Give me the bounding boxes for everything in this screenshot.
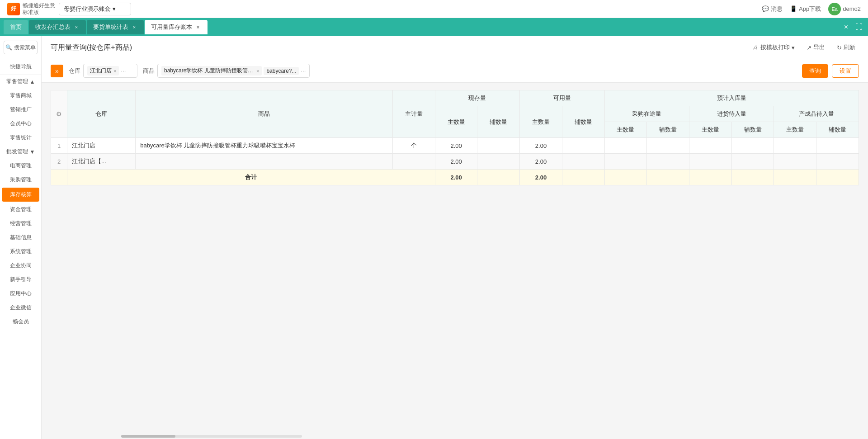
chevron-down-icon: ▾ <box>113 5 116 12</box>
expand-icon-2: ▼ <box>30 149 35 155</box>
product-more-button[interactable]: ··· <box>301 67 306 74</box>
sidebar-item-basic-info[interactable]: 基础信息 <box>0 231 41 245</box>
horizontal-scrollbar[interactable] <box>121 435 302 438</box>
tab-home[interactable]: 首页 <box>4 20 28 34</box>
avail-main-header: 主数量 <box>520 106 562 138</box>
nav-tabs: 首页 收发存汇总表 × 要货单统计表 × 可用量库存账本 × × ⛶ <box>0 18 868 36</box>
settings-col-header: ⚙ <box>51 90 67 138</box>
tab-receivables[interactable]: 收发存汇总表 × <box>29 20 86 34</box>
sidebar-item-enterprise-collab[interactable]: 企业协同 <box>0 259 41 273</box>
footer-stock-main: 2.00 <box>435 170 477 185</box>
top-bar: 好 畅捷通好生意 标准版 母婴行业演示账套 ▾ 💬 消息 📱 App下载 Ea … <box>0 0 868 18</box>
sidebar-item-operations[interactable]: 经营管理 <box>0 217 41 231</box>
production-main-header: 主数量 <box>774 122 816 138</box>
sidebar-item-system[interactable]: 系统管理 <box>0 245 41 259</box>
page-header: 可用量查询(按仓库+商品) 🖨 按模板打印 ▾ ↗ 导出 ↻ 刷新 <box>42 36 868 59</box>
expand-icon: ▲ <box>30 79 35 85</box>
remove-product1-button[interactable]: × <box>256 68 259 74</box>
sidebar: 🔍 搜索菜单 快捷导航 零售管理 ▲ 零售商城 营销推广 会员中心 零售统计 批… <box>0 36 42 439</box>
sidebar-item-app-center[interactable]: 应用中心 <box>0 287 41 301</box>
close-all-tabs-button[interactable]: × <box>842 21 850 33</box>
avail-aux-header: 辅数量 <box>562 106 604 138</box>
scrollbar-thumb[interactable] <box>121 435 175 438</box>
filter-toggle-button[interactable]: » <box>51 65 63 77</box>
settings-button[interactable]: 设置 <box>832 64 859 78</box>
print-button[interactable]: 🖨 按模板打印 ▾ <box>749 42 798 53</box>
close-tab2-button[interactable]: × <box>131 24 137 30</box>
purchase-aux-header: 辅数量 <box>647 122 689 138</box>
product-col-header: 商品 <box>136 90 393 138</box>
sidebar-item-retail-stats[interactable]: 零售统计 <box>0 131 41 145</box>
sidebar-item-member[interactable]: 会员中心 <box>0 117 41 131</box>
close-tab1-button[interactable]: × <box>73 24 80 30</box>
logo-icon: 好 <box>7 3 20 15</box>
column-settings-icon[interactable]: ⚙ <box>56 110 62 118</box>
print-icon: 🖨 <box>753 44 759 51</box>
export-icon: ↗ <box>807 44 811 51</box>
product-input[interactable]: babycare学饮杯 儿童防摔防撞吸管杯重力球吸嘴杯宝宝水杯 × babyca… <box>157 64 310 78</box>
scroll-bar-area <box>42 434 868 439</box>
sidebar-item-quick-nav[interactable]: 快捷导航 <box>0 59 41 75</box>
search-menu-button[interactable]: 🔍 搜索菜单 <box>4 41 38 54</box>
sidebar-item-retail-store[interactable]: 零售商城 <box>0 89 41 103</box>
remove-warehouse-button[interactable]: × <box>113 68 116 74</box>
incoming-group-header: 进货待入量 <box>689 106 774 122</box>
chevron-down-icon-print: ▾ <box>792 44 795 51</box>
tab-actions: × ⛶ <box>842 21 864 33</box>
sidebar-item-marketing[interactable]: 营销推广 <box>0 103 41 117</box>
sidebar-item-inventory[interactable]: 库存核算 <box>2 188 39 202</box>
sidebar-item-purchase[interactable]: 采购管理 <box>0 173 41 187</box>
page-actions: 🖨 按模板打印 ▾ ↗ 导出 ↻ 刷新 <box>749 42 859 53</box>
fullscreen-button[interactable]: ⛶ <box>854 21 864 33</box>
table-container: ⚙ 仓库 商品 主计量 现存量 可用量 预计入库量 主数量 辅数量 主数量 辅数… <box>42 83 868 434</box>
filter-actions: 查询 设置 <box>802 64 859 78</box>
warehouse-col-header: 仓库 <box>67 90 136 138</box>
stock-group-header: 现存量 <box>435 90 519 106</box>
sidebar-item-finance[interactable]: 资金管理 <box>0 203 41 217</box>
product-tag-1: babycare学饮杯 儿童防摔防撞吸管杯重力球吸嘴杯宝宝水杯 × <box>161 66 262 76</box>
message-icon: 💬 <box>762 5 769 12</box>
messages-button[interactable]: 💬 消息 <box>762 5 783 13</box>
product-filter: 商品 babycare学饮杯 儿童防摔防撞吸管杯重力球吸嘴杯宝宝水杯 × bab… <box>143 64 310 78</box>
top-bar-left: 好 畅捷通好生意 标准版 母婴行业演示账套 ▾ <box>7 2 131 15</box>
forecast-group-header: 预计入库量 <box>604 90 859 106</box>
incoming-main-header: 主数量 <box>689 122 732 138</box>
table-row: 1 江北门店 babycare学饮杯 儿童防摔防撞吸管杯重力球吸嘴杯宝宝水杯 个… <box>51 138 859 154</box>
sidebar-item-wholesale[interactable]: 批发管理 ▼ <box>0 145 41 159</box>
tab-available-inventory[interactable]: 可用量库存账本 × <box>145 20 208 34</box>
refresh-button[interactable]: ↻ 刷新 <box>833 42 859 53</box>
page-title: 可用量查询(按仓库+商品) <box>51 43 132 52</box>
main-layout: 🔍 搜索菜单 快捷导航 零售管理 ▲ 零售商城 营销推广 会员中心 零售统计 批… <box>0 36 868 439</box>
sidebar-item-ecommerce[interactable]: 电商管理 <box>0 159 41 173</box>
query-button[interactable]: 查询 <box>802 64 828 78</box>
production-aux-header: 辅数量 <box>816 122 859 138</box>
inventory-table: ⚙ 仓库 商品 主计量 现存量 可用量 预计入库量 主数量 辅数量 主数量 辅数… <box>51 90 859 185</box>
warehouse-tag: 江北门店 × <box>87 66 119 76</box>
product-tag-2: babycare?... <box>264 67 299 75</box>
avatar: Ea <box>828 3 841 15</box>
sidebar-search: 🔍 搜索菜单 <box>0 36 41 59</box>
sidebar-item-wechat[interactable]: 企业微信 <box>0 301 41 315</box>
sidebar-item-member2[interactable]: 畅会员 <box>0 315 41 329</box>
export-button[interactable]: ↗ 导出 <box>803 42 829 53</box>
warehouse-more-button[interactable]: ··· <box>121 67 126 74</box>
production-group-header: 产成品待入量 <box>774 106 859 122</box>
footer-avail-main: 2.00 <box>520 170 562 185</box>
user-profile[interactable]: Ea demo2 <box>828 3 861 15</box>
close-tab3-button[interactable]: × <box>195 24 201 30</box>
logo-text: 畅捷通好生意 标准版 <box>23 2 55 15</box>
warehouse-input[interactable]: 江北门店 × ··· <box>83 64 137 78</box>
incoming-aux-header: 辅数量 <box>731 122 774 138</box>
table-body: 1 江北门店 babycare学饮杯 儿童防摔防撞吸管杯重力球吸嘴杯宝宝水杯 个… <box>51 138 859 170</box>
content-area: 可用量查询(按仓库+商品) 🖨 按模板打印 ▾ ↗ 导出 ↻ 刷新 <box>42 36 868 439</box>
tab-order-stats[interactable]: 要货单统计表 × <box>87 20 144 34</box>
filter-bar: » 仓库 江北门店 × ··· 商品 babycare学饮杯 儿童防摔防撞吸管杯… <box>42 59 868 83</box>
sidebar-item-beginner[interactable]: 新手引导 <box>0 273 41 287</box>
warehouse-filter: 仓库 江北门店 × ··· <box>69 64 137 78</box>
app-download-button[interactable]: 📱 App下载 <box>790 5 821 13</box>
org-selector[interactable]: 母婴行业演示账套 ▾ <box>59 3 131 15</box>
sidebar-item-retail-mgmt[interactable]: 零售管理 ▲ <box>0 75 41 89</box>
purchase-group-header: 采购在途量 <box>604 106 689 122</box>
available-group-header: 可用量 <box>520 90 604 106</box>
refresh-icon: ↻ <box>837 44 842 51</box>
